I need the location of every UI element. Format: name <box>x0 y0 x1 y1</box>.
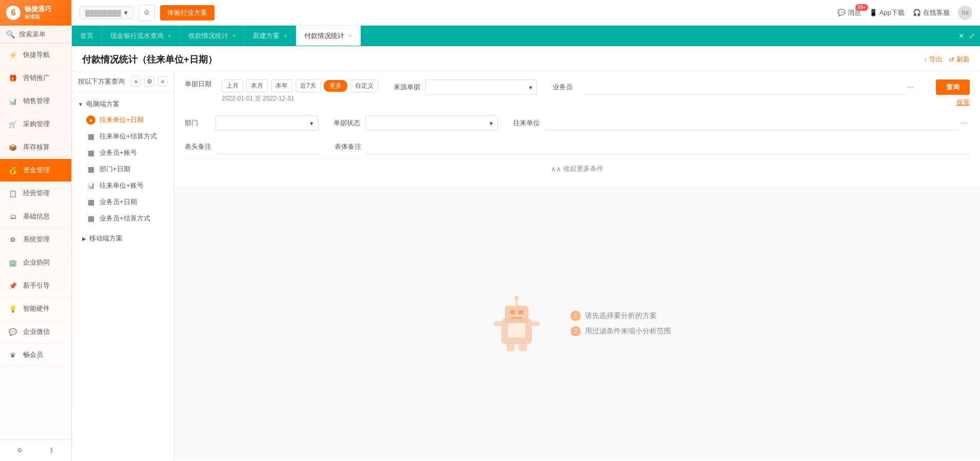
sidebar-item-system[interactable]: ⚙ 系统管理 <box>0 228 71 251</box>
tab-new-plan-close[interactable]: × <box>284 32 287 39</box>
sidebar-item-wechat[interactable]: 💬 企业微信 <box>0 320 71 344</box>
more-btn[interactable]: 更多 <box>324 80 347 92</box>
sidebar-quick-nav-label: 快捷导航 <box>23 50 50 59</box>
schema-item-3[interactable]: ▦ 部门+日期 <box>72 161 174 177</box>
status-select[interactable]: ▾ <box>365 115 498 131</box>
related-unit-input[interactable] <box>545 115 959 131</box>
sidebar-item-operations[interactable]: 📋 经营管理 <box>0 182 71 205</box>
tab-cash-bank[interactable]: 现金银行流水查询 × <box>102 26 180 46</box>
sidebar-expand-btn[interactable]: ⟫ <box>36 444 68 457</box>
account-selector[interactable]: ▓▓▓▓▓▓▓▓ ▾ <box>80 6 133 19</box>
sidebar-item-marketing[interactable]: 🎁 营销推广 <box>0 67 71 90</box>
schema-icon-4: 📊 <box>86 181 95 190</box>
header-note-label: 表头备注 <box>185 142 211 151</box>
user-avatar[interactable]: Rit <box>958 6 972 20</box>
schema-item-label-6: 业务员+结算方式 <box>100 214 150 223</box>
sidebar-item-member[interactable]: ♛ 畅会员 <box>0 344 71 367</box>
header-note-input[interactable] <box>217 139 319 154</box>
tab-collection-stats[interactable]: 收款情况统计 × <box>180 26 245 46</box>
sidebar-item-inventory[interactable]: 📦 库存核算 <box>0 136 71 159</box>
header-settings-btn[interactable]: ⚙ <box>139 5 155 21</box>
export-btn[interactable]: ↑ 导出 <box>924 55 943 64</box>
left-panel-collapse-btn[interactable]: « <box>158 76 168 87</box>
tab-collection-stats-close[interactable]: × <box>232 32 236 39</box>
schema-item-4[interactable]: 📊 往来单位+账号 <box>72 177 174 194</box>
app-download-btn[interactable]: 📱 App下载 <box>869 8 905 17</box>
salesman-dots[interactable]: ··· <box>905 83 915 92</box>
sidebar-item-capital[interactable]: 💰 资金管理 <box>0 159 71 182</box>
tab-home[interactable]: 首页 <box>72 26 102 46</box>
schema-item-6[interactable]: ▦ 业务员+结算方式 <box>72 210 174 227</box>
tab-payment-stats-label: 付款情况统计 <box>304 31 344 41</box>
sidebar-item-quick-nav[interactable]: ⚡ 快捷导航 <box>0 44 71 67</box>
sidebar-item-enterprise[interactable]: 🏢 企业协同 <box>0 251 71 274</box>
user-initials: Rit <box>962 10 968 16</box>
schema-settings-btn[interactable]: ⚙ <box>144 76 154 87</box>
left-panel-header: 按以下方案查询 + ⚙ « <box>72 71 174 92</box>
sidebar-item-guide[interactable]: 📌 新手引导 <box>0 274 71 297</box>
schema-item-0[interactable]: ● 往来单位+日期 <box>72 112 174 128</box>
collapse-bar[interactable]: ∧∧ 收起更多条件 <box>185 158 970 178</box>
related-unit-filter-cell: 往来单位 ··· <box>513 115 970 131</box>
this-month-btn[interactable]: 本月 <box>246 79 268 92</box>
schema-icon-6: ▦ <box>86 214 95 223</box>
sidebar-system-label: 系统管理 <box>23 235 50 244</box>
custom-btn[interactable]: 自定义 <box>350 79 378 92</box>
filter-row-1: 单据日期 上月 本月 本年 近7天 更多 自定义 20 <box>185 79 970 107</box>
sidebar-settings-btn[interactable]: ⚙ <box>4 444 36 457</box>
page-header: 付款情况统计（往来单位+日期） ↑ 导出 ↺ 刷新 <box>72 46 980 71</box>
tab-close-all-btn[interactable]: ✕ <box>958 32 965 40</box>
pc-schema-group[interactable]: ▼ 电脑端方案 <box>72 96 174 112</box>
body-note-input[interactable] <box>366 139 970 154</box>
schema-item-label-1: 往来单位+结算方式 <box>100 132 157 141</box>
left-panel: 按以下方案查询 + ⚙ « ▼ 电脑端方案 ● 往来单位+日 <box>72 71 174 460</box>
capital-icon: 💰 <box>8 165 18 175</box>
tip1-num: 1 <box>571 311 581 321</box>
empty-tip-2: 2 用过滤条件来缩小分析范围 <box>571 326 671 336</box>
sidebar-item-purchase[interactable]: 🛒 采购管理 <box>0 113 71 136</box>
tab-cash-bank-close[interactable]: × <box>168 32 171 39</box>
dept-select[interactable]: ▾ <box>215 115 318 131</box>
message-btn[interactable]: 💬 消息 99+ <box>837 8 861 17</box>
sidebar-item-sales[interactable]: 📊 销售管理 <box>0 90 71 113</box>
svg-rect-4 <box>511 317 522 319</box>
selector-text: ▓▓▓▓▓▓▓▓ <box>85 9 121 16</box>
date-buttons-row: 上月 本月 本年 近7天 更多 自定义 <box>222 79 378 92</box>
tab-fullscreen-btn[interactable]: ⤢ <box>969 32 975 40</box>
related-unit-dots[interactable]: ··· <box>959 118 970 128</box>
robot-svg <box>483 290 550 357</box>
empty-area: 1 请先选择要分析的方案 2 用过滤条件来缩小分析范围 <box>174 187 980 460</box>
tab-payment-stats-close[interactable]: × <box>348 32 352 39</box>
online-service-btn[interactable]: 🎧 在线客服 <box>913 8 950 17</box>
this-year-btn[interactable]: 本年 <box>271 79 292 92</box>
last-month-btn[interactable]: 上月 <box>222 79 243 92</box>
source-select[interactable]: ▾ <box>425 79 537 95</box>
sidebar-item-hardware[interactable]: 💡 智能硬件 <box>0 297 71 320</box>
salesman-filter-label: 业务员 <box>553 83 578 92</box>
app-logo: 6 畅捷通巧 标准版 <box>0 0 71 26</box>
schema-item-label-4: 往来单位+账号 <box>100 181 144 190</box>
quick-nav-icon: ⚡ <box>8 50 18 60</box>
mobile-schema-group[interactable]: ▶ 移动端方案 <box>72 231 174 246</box>
settings-link[interactable]: 设置 <box>956 98 970 107</box>
source-select-arrow: ▾ <box>529 84 533 91</box>
app-name: 畅捷通巧 <box>25 5 51 13</box>
refresh-btn[interactable]: ↺ 刷新 <box>949 55 970 64</box>
schema-item-2[interactable]: ▦ 业务员+账号 <box>72 145 174 161</box>
schema-item-label-5: 业务员+日期 <box>100 197 137 207</box>
sidebar-item-basic[interactable]: 🗂 基础信息 <box>0 205 71 228</box>
last7-btn[interactable]: 近7天 <box>296 79 321 92</box>
salesman-input[interactable] <box>583 79 905 95</box>
date-range-display: 2022-01-01 至 2022-12-31 <box>222 94 378 103</box>
query-btn[interactable]: 查询 <box>936 79 970 95</box>
tab-bar: 首页 现金银行流水查询 × 收款情况统计 × 新建方案 × 付款情况统计 × ✕… <box>72 26 980 46</box>
tab-payment-stats[interactable]: 付款情况统计 × <box>296 26 361 46</box>
schema-item-1[interactable]: ▦ 往来单位+结算方式 <box>72 128 174 145</box>
trial-btn[interactable]: 体验行业方案 <box>160 5 214 21</box>
add-schema-btn[interactable]: + <box>131 76 141 87</box>
tab-new-plan[interactable]: 新建方案 × <box>245 26 296 46</box>
schema-item-5[interactable]: ▦ 业务员+日期 <box>72 194 174 210</box>
main-wrapper: ▓▓▓▓▓▓▓▓ ▾ ⚙ 体验行业方案 💬 消息 99+ 📱 App下载 🎧 在… <box>72 0 980 461</box>
member-icon: ♛ <box>8 350 18 360</box>
sidebar-search[interactable]: 🔍 搜索菜单 <box>0 26 71 44</box>
